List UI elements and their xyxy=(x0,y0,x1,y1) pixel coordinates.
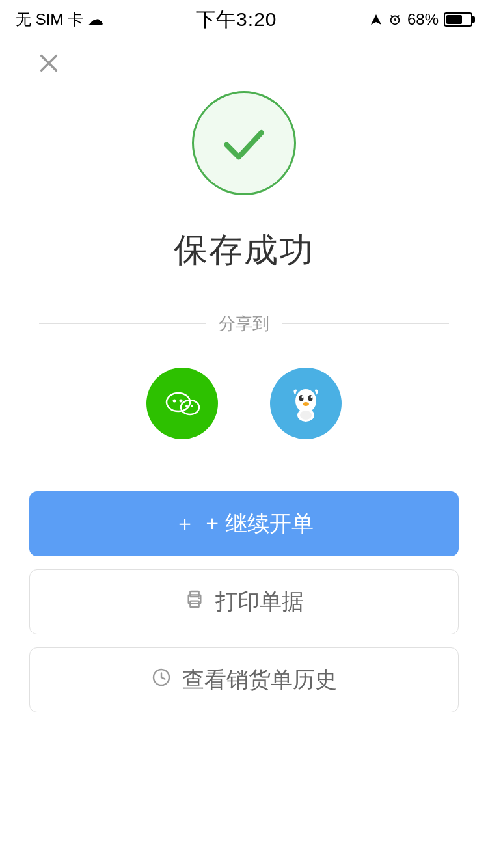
status-time: 下午3:20 xyxy=(196,7,277,33)
qq-icon xyxy=(285,383,327,425)
wechat-icon xyxy=(161,383,204,425)
svg-point-15 xyxy=(308,395,312,401)
action-buttons: ＋ + 继续开单 打印单据 查看销货单历 xyxy=(29,491,459,712)
svg-point-10 xyxy=(179,399,182,402)
no-sim-label: 无 SIM 卡 ☁ xyxy=(16,9,103,30)
divider-right xyxy=(282,323,449,324)
svg-rect-23 xyxy=(190,591,198,597)
svg-point-17 xyxy=(310,396,312,398)
close-button[interactable] xyxy=(33,47,65,79)
alarm-icon xyxy=(388,12,402,27)
status-right: 68% xyxy=(370,10,472,29)
battery-percent: 68% xyxy=(407,10,439,29)
main-content: 保存成功 分享到 xyxy=(0,39,488,712)
print-label: 打印单据 xyxy=(215,587,304,617)
history-icon xyxy=(151,667,172,693)
share-icons xyxy=(146,368,342,439)
history-label: 查看销货单历史 xyxy=(182,665,337,695)
status-left: 无 SIM 卡 ☁ xyxy=(16,9,103,30)
continue-button[interactable]: ＋ + 继续开单 xyxy=(29,491,459,556)
svg-point-11 xyxy=(185,405,188,407)
svg-point-16 xyxy=(301,396,303,398)
svg-point-14 xyxy=(299,395,303,401)
status-bar: 无 SIM 卡 ☁ 下午3:20 68% xyxy=(0,0,488,39)
wechat-share-button[interactable] xyxy=(146,368,218,439)
share-label: 分享到 xyxy=(206,312,282,335)
continue-label: + 继续开单 xyxy=(206,509,313,539)
qq-share-button[interactable] xyxy=(270,368,342,439)
print-button[interactable]: 打印单据 xyxy=(29,569,459,634)
divider-left xyxy=(39,323,206,324)
history-button[interactable]: 查看销货单历史 xyxy=(29,647,459,712)
svg-point-12 xyxy=(191,405,193,407)
svg-point-18 xyxy=(303,402,309,406)
svg-line-4 xyxy=(398,16,400,18)
svg-point-24 xyxy=(198,597,200,599)
svg-point-7 xyxy=(167,393,190,411)
svg-point-9 xyxy=(172,399,176,402)
print-icon xyxy=(184,589,205,615)
svg-point-20 xyxy=(300,411,312,420)
location-icon xyxy=(370,13,383,26)
continue-icon: ＋ xyxy=(174,509,195,538)
battery-icon xyxy=(444,12,472,27)
divider-section: 分享到 xyxy=(0,312,488,335)
checkmark-icon xyxy=(218,117,270,169)
success-circle xyxy=(192,91,296,195)
success-title: 保存成功 xyxy=(174,228,314,273)
svg-line-3 xyxy=(391,16,393,18)
